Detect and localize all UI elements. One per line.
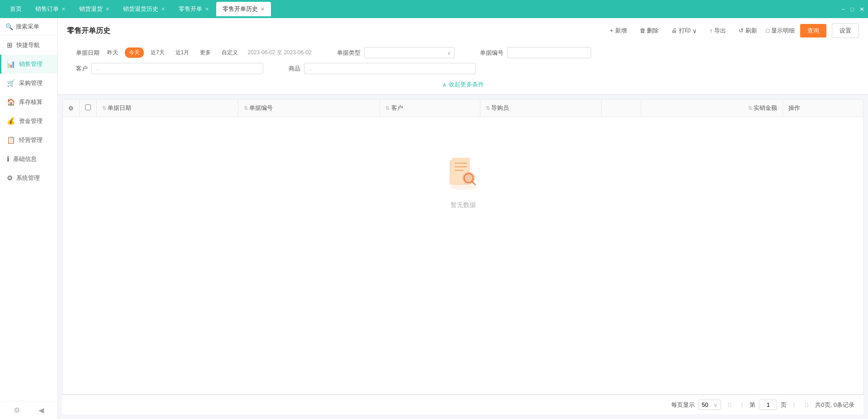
per-page-select[interactable]: 20 50 100 xyxy=(698,400,721,410)
filter-area: 单据日期 昨天 今天 近7天 近1月 更多 自定义 2023-06-02 至 2… xyxy=(67,42,859,94)
select-all-checkbox[interactable] xyxy=(85,104,91,110)
collapse-icon: ∧ xyxy=(442,81,447,88)
per-page-label: 每页显示 xyxy=(671,401,695,409)
th-bill-number[interactable]: 单据编号 xyxy=(238,99,380,117)
settings-button[interactable]: 设置 xyxy=(832,24,859,38)
th-customer-label: 客户 xyxy=(391,104,403,111)
date-btn-yesterday[interactable]: 昨天 xyxy=(103,47,122,58)
tab-retail-open-history[interactable]: 零售开单历史 ✕ xyxy=(216,2,271,16)
refresh-button[interactable]: ↺ 刷新 xyxy=(735,25,761,37)
sidebar-item-purchase-mgmt-label: 采购管理 xyxy=(19,79,43,87)
sidebar-item-inventory-label: 库存核算 xyxy=(19,98,43,106)
toolbar: + 新增 🗑 删除 🖨 打印 ∨ ↑ 导出 ↺ 刷新 □ 显示明细 查询 设置 xyxy=(606,24,859,38)
window-maximize[interactable]: □ xyxy=(850,6,854,13)
page-suffix: 页 xyxy=(781,401,787,409)
purchase-mgmt-icon: 🛒 xyxy=(7,79,15,87)
tab-sales-order-close[interactable]: ✕ xyxy=(62,6,66,12)
bill-number-label: 单据编号 xyxy=(480,49,503,57)
tab-home[interactable]: 首页 xyxy=(4,2,28,16)
sidebar-item-operations[interactable]: 📋 经营管理 xyxy=(0,131,57,150)
svg-point-0 xyxy=(450,184,477,190)
sales-mgmt-icon: 📊 xyxy=(7,60,15,68)
filter-row-2: 客户 ... 商品 ... xyxy=(76,63,850,74)
window-close[interactable]: ✕ xyxy=(859,6,864,13)
sidebar-item-basic-info-label: 基础信息 xyxy=(13,155,37,163)
next-page-btn[interactable]: ⟩ xyxy=(790,400,798,410)
main-layout: 🔍 搜索采单 ⊞ 快捷导航 📊 销售管理 🛒 采购管理 🏠 库存核算 💰 xyxy=(0,18,868,419)
th-customer[interactable]: 客户 xyxy=(380,99,480,117)
date-btn-more[interactable]: 更多 xyxy=(196,47,215,58)
customer-filter: 客户 ... xyxy=(76,63,263,74)
table-container: ⚙ 单据日期 单据编号 客户 导购员 xyxy=(62,99,863,395)
tab-sales-order[interactable]: 销售订单 ✕ xyxy=(29,2,72,16)
print-label: 🖨 打印 xyxy=(671,27,691,35)
first-page-btn[interactable]: ⟨⟨ xyxy=(725,400,735,410)
th-spacer xyxy=(601,99,641,117)
bill-number-input[interactable] xyxy=(507,47,591,58)
print-button[interactable]: 🖨 打印 ∨ xyxy=(668,25,701,37)
tab-sales-order-label: 销售订单 xyxy=(35,5,59,13)
date-btn-custom[interactable]: 自定义 xyxy=(218,47,242,58)
th-gear[interactable]: ⚙ xyxy=(63,99,80,117)
sidebar-item-quick-nav[interactable]: ⊞ 快捷导航 xyxy=(0,36,57,55)
sidebar-item-basic-info[interactable]: ℹ 基础信息 xyxy=(0,150,57,169)
date-btn-today[interactable]: 今天 xyxy=(125,47,144,58)
window-minimize[interactable]: − xyxy=(842,6,845,13)
sidebar-footer: ⚙ ◀ xyxy=(0,401,57,419)
sidebar-item-system[interactable]: ⚙ 系统管理 xyxy=(0,169,57,188)
filter-row-1: 单据日期 昨天 今天 近7天 近1月 更多 自定义 2023-06-02 至 2… xyxy=(76,47,850,58)
th-bill-date[interactable]: 单据日期 xyxy=(97,99,238,117)
tab-retail-open[interactable]: 零售开单 ✕ xyxy=(172,2,215,16)
customer-placeholder: ... xyxy=(95,65,100,72)
bill-type-select[interactable] xyxy=(364,47,455,58)
sidebar-item-finance[interactable]: 💰 资金管理 xyxy=(0,112,57,131)
sidebar-search-label: 搜索采单 xyxy=(16,23,39,31)
prev-page-btn[interactable]: ⟨ xyxy=(738,400,746,410)
pagination-bar: 每页显示 20 50 100 ⟨⟨ ⟨ 第 页 ⟩ ⟩⟩ 共0页, 0条记录 xyxy=(62,395,863,414)
svg-line-8 xyxy=(472,182,475,185)
sidebar-item-inventory[interactable]: 🏠 库存核算 xyxy=(0,93,57,112)
query-button[interactable]: 查询 xyxy=(800,24,826,38)
page-input[interactable] xyxy=(759,400,777,410)
sidebar-collapse-icon[interactable]: ◀ xyxy=(38,406,44,414)
sidebar-item-purchase-mgmt[interactable]: 🛒 采购管理 xyxy=(0,74,57,93)
sidebar-item-finance-label: 资金管理 xyxy=(19,117,43,125)
bill-type-label: 单据类型 xyxy=(337,49,360,57)
th-guide[interactable]: 导购员 xyxy=(480,99,602,117)
print-arrow-icon: ∨ xyxy=(693,28,697,34)
tab-retail-open-label: 零售开单 xyxy=(179,5,202,13)
display-detail-button[interactable]: □ 显示明细 xyxy=(766,27,795,35)
th-checkbox[interactable] xyxy=(80,99,97,117)
th-amount[interactable]: 实销金额 xyxy=(641,99,783,117)
date-btn-7days[interactable]: 近7天 xyxy=(147,47,169,58)
tab-sales-return-history-close[interactable]: ✕ xyxy=(161,6,165,12)
tab-retail-open-close[interactable]: ✕ xyxy=(205,6,209,12)
th-bill-date-label: 单据日期 xyxy=(108,104,131,111)
tab-sales-return-close[interactable]: ✕ xyxy=(105,6,109,12)
sidebar-item-system-label: 系统管理 xyxy=(16,174,40,182)
sidebar-settings-icon[interactable]: ⚙ xyxy=(14,406,20,414)
th-bill-number-label: 单据编号 xyxy=(249,104,273,111)
bill-type-filter: 单据类型 xyxy=(337,47,455,58)
tab-sales-return[interactable]: 销货退货 ✕ xyxy=(73,2,116,16)
date-range-text: 2023-06-02 至 2023-06-02 xyxy=(247,49,311,56)
sidebar-item-sales-mgmt[interactable]: 📊 销售管理 xyxy=(0,55,57,74)
search-icon: 🔍 xyxy=(5,23,13,30)
collapse-label: 收起更多条件 xyxy=(449,80,484,89)
last-page-btn[interactable]: ⟩⟩ xyxy=(802,400,811,410)
goods-input[interactable]: ... xyxy=(304,63,476,74)
sidebar-search[interactable]: 🔍 搜索采单 xyxy=(0,18,57,36)
add-button[interactable]: + 新增 xyxy=(606,25,630,37)
sidebar-item-operations-label: 经营管理 xyxy=(19,136,43,144)
finance-icon: 💰 xyxy=(7,117,15,125)
collapse-row[interactable]: ∧ 收起更多条件 xyxy=(76,79,850,89)
empty-illustration xyxy=(441,153,486,194)
date-btn-1month[interactable]: 近1月 xyxy=(171,47,194,58)
export-button[interactable]: ↑ 导出 xyxy=(706,25,730,37)
tab-retail-open-history-label: 零售开单历史 xyxy=(223,5,258,13)
delete-button[interactable]: 🗑 删除 xyxy=(636,25,663,37)
tab-sales-return-history[interactable]: 销货退货历史 ✕ xyxy=(117,2,171,16)
tab-retail-open-history-close[interactable]: ✕ xyxy=(261,6,265,12)
customer-input[interactable]: ... xyxy=(91,63,263,74)
table-header: ⚙ 单据日期 单据编号 客户 导购员 xyxy=(63,99,863,117)
